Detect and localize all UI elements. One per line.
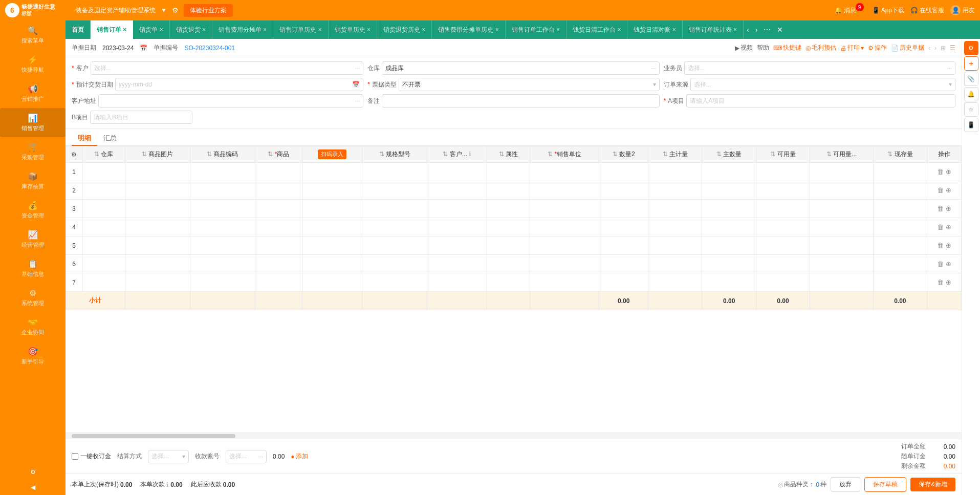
row-1-available2[interactable] (810, 163, 873, 181)
right-panel-clip-btn[interactable]: 📎 (964, 72, 978, 86)
copy-row-4-btn[interactable]: ⊕ (946, 223, 951, 231)
row-1-customer[interactable] (427, 163, 487, 181)
list-view-btn[interactable]: ☰ (950, 45, 955, 52)
row-5-qty2[interactable] (599, 236, 648, 255)
sort-icon-mq[interactable]: ⇅ (716, 150, 722, 158)
row-3-available2[interactable] (810, 200, 873, 218)
row-5-image[interactable] (125, 236, 190, 255)
row-7-available2[interactable] (810, 273, 873, 292)
row-4-warehouse[interactable] (82, 218, 125, 236)
sort-icon-av[interactable]: ⇅ (770, 150, 775, 158)
staff-input-wrapper[interactable]: 选择... ··· (684, 61, 955, 75)
row-7-unit[interactable] (530, 273, 599, 292)
row-6-image[interactable] (125, 255, 190, 273)
row-4-code[interactable] (190, 218, 255, 236)
row-6-available2[interactable] (810, 255, 873, 273)
row-2-image[interactable] (125, 181, 190, 200)
row-4-spec[interactable] (362, 218, 427, 236)
prev-record-btn[interactable]: ‹ (928, 45, 930, 52)
row-4-attr[interactable] (487, 218, 530, 236)
add-receipt-btn[interactable]: ● 添加 (291, 452, 308, 461)
save-new-button[interactable]: 保存&新增 (910, 478, 955, 491)
goods-count-icon[interactable]: ◎ (778, 481, 783, 488)
row-2-available[interactable] (756, 181, 810, 200)
customer-input-wrapper[interactable]: 选择... ··· (91, 61, 364, 75)
warehouse-input-wrapper[interactable]: 成品库 ··· (382, 61, 659, 75)
order-source-wrapper[interactable]: 选择... ▾ (690, 78, 955, 91)
scan-button[interactable]: 扫码录入 (318, 149, 346, 159)
row-1-spec[interactable] (362, 163, 427, 181)
sidebar-item-management[interactable]: 📈 经营管理 (0, 225, 66, 254)
grid-view-btn[interactable]: ⊞ (941, 45, 946, 52)
address-input-wrapper[interactable]: ··· (98, 94, 363, 107)
row-3-stock[interactable] (873, 200, 927, 218)
row-4-main-qty[interactable] (702, 218, 756, 236)
row-1-code[interactable] (190, 163, 255, 181)
remark-input-wrapper[interactable] (382, 94, 659, 107)
row-3-qty2[interactable] (599, 200, 648, 218)
row-2-code[interactable] (190, 181, 255, 200)
tab-close-btn[interactable]: ✕ (774, 26, 786, 34)
col-setting-icon[interactable]: ⚙ (71, 151, 77, 158)
right-panel-star-btn[interactable]: ☆ (964, 102, 978, 117)
sidebar-item-finance[interactable]: 💰 资金管理 (0, 196, 66, 225)
sidebar-collapse-btn[interactable]: ◀ (0, 480, 66, 495)
row-2-product[interactable] (255, 181, 302, 200)
view-btn[interactable]: ▶ 视频 (735, 44, 753, 52)
sort-icon-attr[interactable]: ⇅ (499, 150, 504, 158)
tab-order-workbench[interactable]: 销售订单工作台 × (506, 20, 567, 39)
row-2-qty2[interactable] (599, 181, 648, 200)
info-icon-status[interactable]: ℹ (166, 481, 169, 488)
row-6-available[interactable] (756, 255, 810, 273)
tab-detail[interactable]: 明细 (72, 132, 97, 146)
user-avatar[interactable]: 👤 用友 (950, 5, 975, 15)
row-5-main-unit[interactable] (648, 236, 702, 255)
sort-icon-img[interactable]: ⇅ (142, 150, 147, 158)
tab-daily-workbench[interactable]: 钱货日清工作台 × (567, 20, 627, 39)
delete-row-2-btn[interactable]: 🗑 (937, 186, 944, 194)
sort-icon-av2[interactable]: ⇅ (826, 150, 832, 158)
tab-sales-goods[interactable]: 销货单 × (133, 20, 169, 39)
row-1-image[interactable] (125, 163, 190, 181)
copy-row-2-btn[interactable]: ⊕ (946, 186, 951, 194)
sidebar-item-cooperation[interactable]: 🤝 企业协同 (0, 312, 66, 341)
row-5-product[interactable] (255, 236, 302, 255)
row-5-unit[interactable] (530, 236, 599, 255)
settings-icon[interactable]: ⚙ (172, 6, 179, 14)
row-4-product[interactable] (255, 218, 302, 236)
sort-icon-st[interactable]: ⇅ (887, 150, 892, 158)
notification-btn[interactable]: 🔔 消息 9 (835, 6, 866, 15)
row-7-spec[interactable] (362, 273, 427, 292)
tab-next-btn[interactable]: › (752, 26, 761, 34)
sort-icon-spec[interactable]: ⇅ (379, 150, 384, 158)
row-7-main-qty[interactable] (702, 273, 756, 292)
row-4-main-unit[interactable] (648, 218, 702, 236)
row-1-warehouse[interactable] (82, 163, 125, 181)
scroll-thumb[interactable] (72, 434, 235, 438)
row-5-spec[interactable] (362, 236, 427, 255)
row-6-customer[interactable] (427, 255, 487, 273)
history-btn[interactable]: 📄 历史单据 (891, 44, 924, 52)
shortcut-btn[interactable]: ⌨ 快捷键 (773, 44, 801, 52)
row-4-qty2[interactable] (599, 218, 648, 236)
help-btn[interactable]: 帮助 (757, 44, 769, 52)
row-3-available[interactable] (756, 200, 810, 218)
row-6-qty2[interactable] (599, 255, 648, 273)
row-5-stock[interactable] (873, 236, 927, 255)
horizontal-scrollbar[interactable] (66, 433, 962, 439)
sidebar-item-navigation[interactable]: ⚡ 快捷导航 (0, 50, 66, 79)
tab-sales-return[interactable]: 销货退货 × (170, 20, 212, 39)
delete-row-7-btn[interactable]: 🗑 (937, 278, 944, 286)
tab-sales-order[interactable]: 销售订单 × (91, 20, 133, 39)
row-1-main-unit[interactable] (648, 163, 702, 181)
sidebar-gear-btn[interactable]: ⚙ (0, 464, 66, 480)
row-7-main-unit[interactable] (648, 273, 702, 292)
tab-summary[interactable]: 汇总 (97, 132, 123, 146)
invoice-select-wrapper[interactable]: 不开票 ▾ (399, 78, 660, 91)
row-7-attr[interactable] (487, 273, 530, 292)
row-7-warehouse[interactable] (82, 273, 125, 292)
tab-home[interactable]: 首页 (66, 20, 91, 39)
row-7-customer[interactable] (427, 273, 487, 292)
row-2-unit[interactable] (530, 181, 599, 200)
row-3-warehouse[interactable] (82, 200, 125, 218)
